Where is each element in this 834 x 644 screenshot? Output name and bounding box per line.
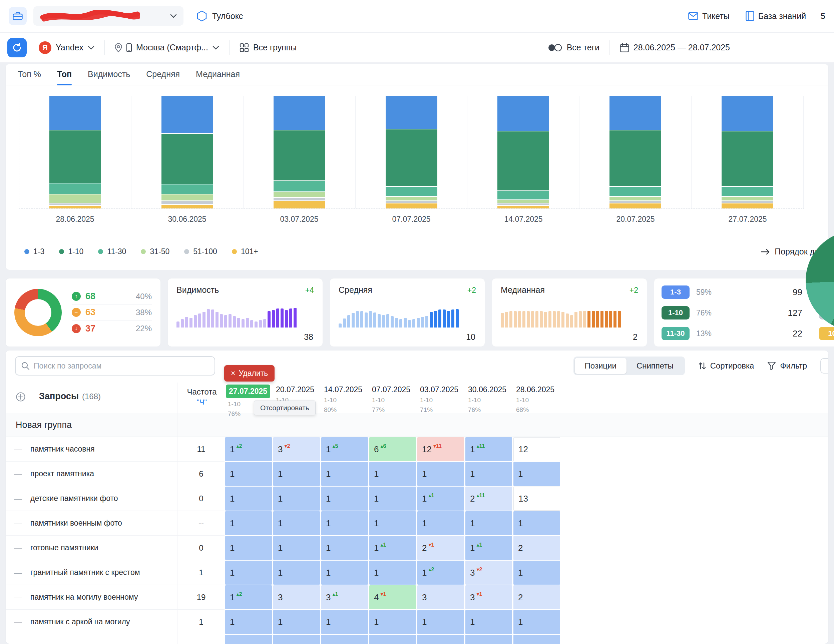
position-cell[interactable]: 1 xyxy=(513,560,561,585)
position-cell[interactable]: 1 xyxy=(273,634,321,644)
stacked-bar[interactable] xyxy=(498,96,549,208)
knowledge-base-link[interactable]: База знаний xyxy=(745,11,806,21)
stacked-bar[interactable] xyxy=(609,96,661,208)
query-cell[interactable]: гранитный памятник с крестом xyxy=(30,560,178,585)
position-cell[interactable]: 1 xyxy=(321,486,369,511)
position-cell[interactable]: 1 xyxy=(225,511,273,536)
position-cell[interactable]: 6▴6 xyxy=(369,437,417,462)
position-cell[interactable]: 2▴11 xyxy=(465,486,513,511)
search-engine-select[interactable]: Я Yandex xyxy=(39,41,94,54)
date-range-picker[interactable]: 28.06.2025 — 28.07.2025 xyxy=(620,43,730,52)
column-date[interactable]: 27.07.2025 xyxy=(226,384,270,398)
column-date[interactable]: 28.06.2025 xyxy=(516,385,561,394)
position-cell[interactable]: 1▴11 xyxy=(465,437,513,462)
groups-select[interactable]: Все группы xyxy=(239,43,297,52)
stacked-bar[interactable] xyxy=(273,96,325,208)
position-cell[interactable]: 1 xyxy=(465,511,513,536)
column-date[interactable]: 30.06.2025 xyxy=(468,385,513,394)
position-cell[interactable]: 1 xyxy=(369,511,417,536)
stacked-bar[interactable] xyxy=(162,96,213,208)
position-cell[interactable]: 3 xyxy=(417,585,465,610)
tab-Видимость[interactable]: Видимость xyxy=(88,69,130,85)
group-header[interactable]: Новая группа xyxy=(6,413,828,437)
stacked-bar[interactable] xyxy=(49,96,101,208)
range-row[interactable]: 1-1076%127+12 xyxy=(654,302,834,323)
position-cell[interactable]: 1 xyxy=(369,634,417,644)
tags-select[interactable]: Все теги xyxy=(548,43,600,52)
position-cell[interactable]: 1 xyxy=(321,560,369,585)
position-cell[interactable]: 1 xyxy=(225,560,273,585)
position-cell[interactable]: 1 xyxy=(273,536,321,560)
position-cell[interactable]: 1 xyxy=(465,462,513,486)
position-cell[interactable]: 1 xyxy=(369,560,417,585)
position-cell[interactable]: 1▴2 xyxy=(225,437,273,462)
date-column-header[interactable]: 07.07.20251-1077% xyxy=(369,381,417,413)
position-cell[interactable]: 1 xyxy=(465,610,513,634)
search-input[interactable] xyxy=(34,362,209,371)
row-drag-handle[interactable]: — xyxy=(6,462,30,486)
position-cell[interactable]: 1 xyxy=(225,634,273,644)
query-cell[interactable]: памятник на могилу военному xyxy=(30,585,178,610)
position-cell[interactable]: 1▴1 xyxy=(417,486,465,511)
row-drag-handle[interactable]: — xyxy=(6,437,30,462)
position-cell[interactable]: 1 xyxy=(513,634,561,644)
tab-Топ %[interactable]: Топ % xyxy=(18,69,41,85)
position-cell[interactable]: 1 xyxy=(369,462,417,486)
position-cell[interactable]: 1 xyxy=(321,634,369,644)
more-settings-button[interactable] xyxy=(820,358,829,373)
refresh-button[interactable] xyxy=(7,38,27,57)
project-select[interactable] xyxy=(33,6,183,26)
position-cell[interactable]: 1 xyxy=(273,560,321,585)
sort-button[interactable]: Сортировка xyxy=(698,361,754,371)
position-cell[interactable]: 3▾2 xyxy=(465,560,513,585)
tab-snippets[interactable]: Сниппеты xyxy=(627,358,684,374)
position-cell[interactable]: 1 xyxy=(273,610,321,634)
row-drag-handle[interactable] xyxy=(6,634,30,644)
position-cell[interactable]: 1 xyxy=(321,462,369,486)
query-cell[interactable]: готовые памятники xyxy=(30,536,178,560)
query-cell[interactable]: детские памятники фото xyxy=(30,486,178,511)
tab-Средняя[interactable]: Средняя xyxy=(146,69,180,85)
query-cell[interactable]: памятники военным фото xyxy=(30,511,178,536)
stacked-bar[interactable] xyxy=(722,96,773,208)
position-cell[interactable]: 2 xyxy=(513,585,561,610)
tab-positions[interactable]: Позиции xyxy=(575,358,627,374)
query-cell[interactable] xyxy=(30,634,178,644)
position-cell[interactable]: 1 xyxy=(417,462,465,486)
position-cell[interactable]: 1 xyxy=(417,511,465,536)
position-cell[interactable]: 1▴1 xyxy=(369,536,417,560)
position-cell[interactable]: 1 xyxy=(225,610,273,634)
position-cell[interactable]: 12 xyxy=(513,437,561,462)
projects-button[interactable] xyxy=(9,7,27,25)
date-column-header[interactable]: 28.06.20251-1068% xyxy=(513,381,561,413)
position-cell[interactable]: 1 xyxy=(513,610,561,634)
position-cell[interactable]: 1 xyxy=(417,634,465,644)
move-icon[interactable] xyxy=(16,392,26,402)
position-cell[interactable]: 13 xyxy=(513,486,561,511)
position-cell[interactable]: 1 xyxy=(369,486,417,511)
position-cell[interactable]: 1 xyxy=(417,610,465,634)
position-cell[interactable]: 3▾1 xyxy=(465,585,513,610)
date-column-header[interactable]: 14.07.20251-1080% xyxy=(321,381,369,413)
column-date[interactable]: 07.07.2025 xyxy=(372,385,417,394)
query-cell[interactable]: памятник часовня xyxy=(30,437,178,462)
stacked-bar[interactable] xyxy=(386,96,437,208)
row-drag-handle[interactable]: — xyxy=(6,536,30,560)
position-cell[interactable]: 1 xyxy=(273,511,321,536)
position-cell[interactable]: 1 xyxy=(273,462,321,486)
row-drag-handle[interactable]: — xyxy=(6,560,30,585)
visibility-card[interactable]: Видимость +4 38 xyxy=(168,278,323,347)
position-cell[interactable]: 1 xyxy=(321,610,369,634)
position-cell[interactable]: 1 xyxy=(273,486,321,511)
position-cell[interactable]: 1 xyxy=(513,511,561,536)
row-drag-handle[interactable]: — xyxy=(6,511,30,536)
position-cell[interactable]: 1 xyxy=(225,462,273,486)
position-cell[interactable]: 1▴2 xyxy=(225,585,273,610)
row-drag-handle[interactable]: — xyxy=(6,610,30,634)
position-cell[interactable]: 1 xyxy=(321,511,369,536)
position-cell[interactable]: 1 xyxy=(321,536,369,560)
tickets-link[interactable]: Тикеты xyxy=(688,11,730,21)
position-cell[interactable]: 1▴5 xyxy=(321,437,369,462)
query-cell[interactable]: памятник с аркой на могилу xyxy=(30,610,178,634)
median-card[interactable]: Медианная +2 2 xyxy=(492,278,647,347)
